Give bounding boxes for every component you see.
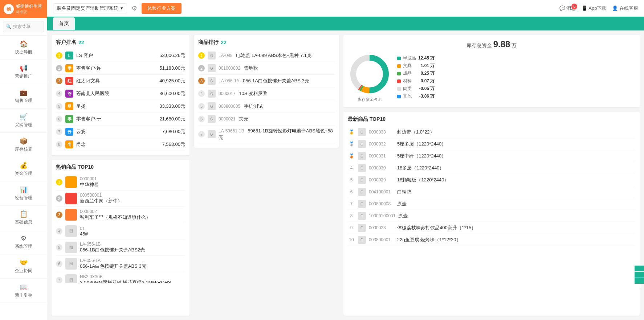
sidebar-item-资金管理[interactable]: 💰资金管理 xyxy=(0,157,47,181)
np-name: 18多层（1220*2440） xyxy=(397,165,635,171)
search-menu-button[interactable]: 🔍 搜索菜单 xyxy=(3,21,44,32)
legend-name: 半成品 xyxy=(403,55,416,61)
sidebar-item-企业协同[interactable]: 🤝企业协同 xyxy=(0,254,47,279)
right-column: 库存总资金 9.88 万 xyxy=(343,35,640,316)
sidebar-item-营销推广[interactable]: 📢营销推广 xyxy=(0,60,47,84)
sidebar-item-新手引导[interactable]: 📖新手引导 xyxy=(0,279,47,303)
product-info: NB2.0X30B 2.0X30MM双搓花轴,搓花直径2.1MM/ROHS xyxy=(80,274,185,283)
rank-number: 8 xyxy=(56,141,62,148)
new-product-item: 6 G 004100001 白钢垫 xyxy=(348,186,635,198)
sidebar-search-area: 🔍 搜索菜单 xyxy=(0,18,47,36)
float-btn-服务社区[interactable]: 服务社区 xyxy=(635,272,644,278)
hot-products-scroll: 1 0000001 中华神器 2 000500001 新西兰牛肉（新牛） 3 0… xyxy=(56,174,185,283)
goods-name: 手机测试 xyxy=(244,103,263,109)
np-icon: G xyxy=(358,236,366,244)
legend-name: 肉类 xyxy=(403,86,417,92)
app-edition: 标准版 xyxy=(16,9,42,15)
legend-color xyxy=(397,95,401,98)
settings-icon[interactable]: ⚙ xyxy=(131,4,137,12)
online-service-btn[interactable]: 👤 在线客服 xyxy=(612,5,638,12)
product-name: 45# xyxy=(80,231,185,237)
message-icon: 💬 xyxy=(559,5,565,11)
rank-number: 6 xyxy=(198,116,205,122)
legend-item: 文具 1.01 万 xyxy=(397,63,435,69)
np-rank: 🥉 xyxy=(348,153,355,159)
customer-amount: 53,006.26元 xyxy=(159,52,185,59)
sidebar-item-销售管理[interactable]: 💼销售管理 xyxy=(0,84,47,108)
customer-rank-item: 6 零 零售客户·于 21,680.00元 xyxy=(56,113,185,126)
rank-number: 1 xyxy=(56,52,62,59)
sidebar-item-库存核算[interactable]: 📦库存核算 xyxy=(0,133,47,157)
float-btn-直播[interactable]: 直播 xyxy=(635,278,644,284)
float-btn-客服热线[interactable]: 客服热线 xyxy=(635,266,644,271)
rank-number: 4 xyxy=(56,90,62,97)
sidebar-item-基础信息[interactable]: 📋基础信息 xyxy=(0,206,47,230)
trial-button[interactable]: 体验行业方案 xyxy=(142,3,182,14)
customer-rank-item: 2 零 零售客户·许 51,183.00元 xyxy=(56,62,185,75)
np-icon: G xyxy=(358,200,366,208)
nav-icon: 📖 xyxy=(20,283,28,291)
goods-code: LA-056-1A xyxy=(219,78,239,83)
nav-icon: 📊 xyxy=(20,186,28,194)
nav-tabs: 首页 xyxy=(47,17,644,30)
service-icon: 👤 xyxy=(612,5,618,11)
np-name: 原壶 xyxy=(397,201,635,207)
nav-label: 快捷导航 xyxy=(15,49,32,55)
new-product-item: 🥇 G 0000033 封边带（1.0*22） xyxy=(348,126,635,138)
np-code: 0000029 xyxy=(369,177,394,182)
hot-products-card: 热销商品 TOP10 1 0000001 中华神器 2 000500001 新西… xyxy=(52,160,189,316)
messages-badge[interactable]: 💬 消息 6 xyxy=(559,5,576,12)
np-name: 5厘中纤（1220*2440） xyxy=(397,153,635,159)
rank-number: 5 xyxy=(56,244,62,251)
np-code: 004100001 xyxy=(369,189,394,194)
sidebar: 畅 畅捷通好生意 标准版 🔍 搜索菜单 🏠快捷导航📢营销推广💼销售管理🛒采购管理… xyxy=(0,0,47,320)
goods-icon: G xyxy=(208,130,216,138)
goods-code: 000800005 xyxy=(219,104,240,109)
system-name: 装备及固定资产辅助管理系统 xyxy=(57,5,118,12)
np-code: 0000032 xyxy=(369,141,394,147)
hot-product-item: 6 图 LA-056-1A 056-1A白色按键开关盖ABS 3壳 xyxy=(56,256,185,272)
goods-info: 001000002 雪地靴 xyxy=(219,65,335,71)
goods-info: LA-056-1A 056-1A白色按键开关盖ABS 3壳 xyxy=(219,78,335,84)
product-name: 2.0X30MM双搓花轴,搓花直径2.1MM/ROHS xyxy=(80,279,185,283)
np-code: 000800008 xyxy=(369,201,394,206)
goods-name: 电池盖 LA-089 ABS本色+黑种 7.1克 xyxy=(236,53,311,58)
nav-label: 销售管理 xyxy=(15,98,32,104)
sidebar-logo: 畅 畅捷通好生意 标准版 xyxy=(0,0,47,18)
np-icon: G xyxy=(358,224,366,232)
customer-rank-item: 8 尚 尚念 7,563.00元 xyxy=(56,138,185,151)
goods-rank-item: 4 G 0000017 10S 变料罗浆 xyxy=(198,87,335,100)
sidebar-item-快捷导航[interactable]: 🏠快捷导航 xyxy=(0,36,47,60)
sidebar-item-经营管理[interactable]: 📊经营管理 xyxy=(0,181,47,206)
rank-number: 6 xyxy=(56,116,62,122)
goods-rank-item: 5 G 000800005 手机测试 xyxy=(198,100,335,113)
inventory-total-value: 9.88 xyxy=(493,39,510,49)
np-icon: G xyxy=(358,152,366,160)
tab-home[interactable]: 首页 xyxy=(53,17,75,30)
rank-number: 5 xyxy=(56,103,62,110)
customer-avatar: 星 xyxy=(65,102,73,110)
rank-number: 2 xyxy=(56,195,62,202)
np-code: 0000031 xyxy=(369,153,394,159)
customer-name: 尚念 xyxy=(76,141,159,148)
app-download-label: App下载 xyxy=(588,5,606,11)
np-rank: 7 xyxy=(348,201,355,206)
sidebar-item-系统管理[interactable]: ⚙系统管理 xyxy=(0,230,47,254)
sidebar-item-采购管理[interactable]: 🛒采购管理 xyxy=(0,108,47,133)
new-products-title: 最新商品 TOP10 xyxy=(348,116,635,123)
new-product-item: 9 G 0000028 体碳荔枝味苏打饮品400毫升（1*15） xyxy=(348,222,635,234)
goods-code: LA-59651-1B xyxy=(219,128,244,134)
system-selector[interactable]: 装备及固定资产辅助管理系统 ▾ xyxy=(53,3,127,13)
nav-label: 库存核算 xyxy=(15,146,32,152)
np-icon: G xyxy=(358,164,366,172)
hot-products-label: 热销商品 TOP10 xyxy=(56,164,94,171)
legend-name: 文具 xyxy=(403,63,419,69)
np-code: 0000033 xyxy=(369,130,394,135)
new-product-item: 4 G 0000030 18多层（1220*2440） xyxy=(348,162,635,174)
app-download-btn[interactable]: 📱 App下载 xyxy=(582,5,606,12)
product-name: 中华神器 xyxy=(80,181,185,188)
goods-rank-item: 6 G 0000021 夹壳 xyxy=(198,113,335,126)
customer-amount: 7,680.00元 xyxy=(162,128,185,135)
inventory-total: 库存总资金 9.88 万 xyxy=(348,39,635,49)
goods-info: 0000021 夹壳 xyxy=(219,116,335,122)
